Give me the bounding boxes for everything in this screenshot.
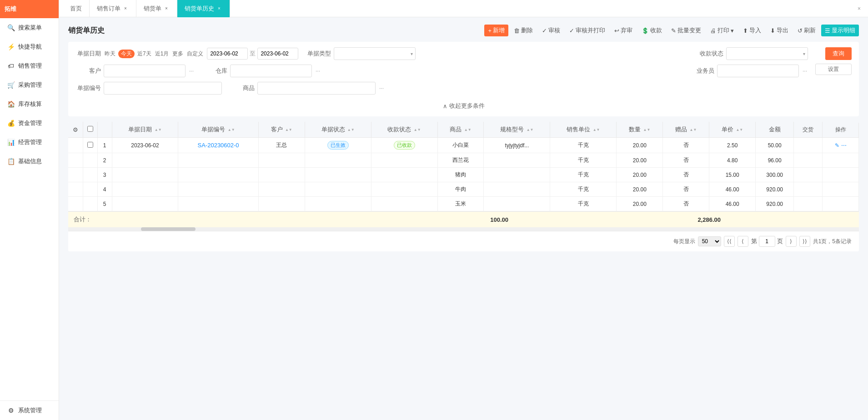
scroll-thumb[interactable]	[141, 227, 196, 231]
refresh-button[interactable]: ↺ 刷新	[794, 25, 819, 36]
cell-qty: 20.00	[617, 138, 663, 153]
cell-amount: 920.00	[756, 182, 794, 197]
tab-close-sales-goods[interactable]: ×	[163, 5, 170, 12]
select-all-checkbox[interactable]	[87, 126, 93, 132]
col-qty[interactable]: 数量 ▲▼	[617, 122, 663, 138]
filter-row-2: 客户 ··· 仓库 ··· 业务员 ···	[75, 65, 808, 77]
settings-button[interactable]: 设置	[815, 64, 852, 75]
filter-row-1: 单据日期 昨天 今天 近7天 近1月 更多 自定义	[75, 47, 808, 60]
sidebar-item-basic-info[interactable]: 📋 基础信息	[0, 152, 59, 171]
shortcut-7days[interactable]: 近7天	[136, 50, 152, 58]
filter-status-item: 收款状态 ▾	[698, 47, 808, 60]
horizontal-scrollbar[interactable]	[68, 227, 859, 231]
next-page-btn[interactable]: ⟩	[786, 236, 797, 247]
new-button[interactable]: + 新增	[484, 25, 508, 36]
tab-sales-history[interactable]: 销货单历史 ×	[177, 0, 230, 17]
sidebar-item-purchase-mgmt[interactable]: 🛒 采购管理	[0, 75, 59, 95]
date-to-input[interactable]	[257, 48, 298, 60]
edit-btn[interactable]: ✎	[835, 142, 839, 149]
sidebar-item-sales-mgmt[interactable]: 🏷 销售管理	[0, 56, 59, 75]
tab-home[interactable]: 首页	[63, 0, 90, 17]
sort-customer-icon: ▲▼	[285, 128, 292, 132]
col-pay-status[interactable]: 收款状态 ▲▼	[371, 122, 437, 138]
audit-button[interactable]: ✓ 审核	[538, 25, 564, 36]
cell-doc-status	[305, 197, 371, 211]
collect-button[interactable]: 💲 收款	[638, 25, 666, 36]
goods-input[interactable]	[257, 82, 376, 95]
sort-doc-no-icon: ▲▼	[228, 128, 235, 132]
table-row: 5 玉米 千克 20.00 否 46.00 920.00	[68, 197, 859, 211]
sidebar-item-inventory[interactable]: 🏠 库存核算	[0, 95, 59, 114]
shortcut-today[interactable]: 今天	[118, 50, 135, 58]
cell-goods: 猪肉	[437, 168, 484, 182]
col-spec[interactable]: 规格型号 ▲▼	[484, 122, 550, 138]
goods-label: 商品	[229, 84, 255, 92]
agent-input[interactable]	[717, 65, 799, 77]
sidebar-item-quick-nav[interactable]: ⚡ 快捷导航	[0, 37, 59, 56]
shortcut-yesterday[interactable]: 昨天	[104, 50, 116, 58]
agent-ellipsis[interactable]: ···	[802, 68, 808, 74]
sort-price-icon: ▲▼	[736, 128, 743, 132]
export-button[interactable]: ⬇ 导出	[767, 25, 792, 36]
col-unit[interactable]: 销售单位 ▲▼	[550, 122, 617, 138]
show-detail-button[interactable]: ☰ 显示明细	[821, 25, 859, 36]
cell-doc-date: 2023-06-02	[112, 138, 178, 153]
cell-doc-no	[178, 182, 258, 197]
status-select[interactable]	[726, 47, 808, 60]
goods-ellipsis[interactable]: ···	[378, 85, 385, 91]
doc-no-link[interactable]: SA-20230602-0	[198, 142, 239, 149]
date-from-input[interactable]	[207, 48, 248, 60]
page-number-input[interactable]	[759, 236, 775, 247]
first-page-btn[interactable]: ⟨⟨	[724, 236, 735, 247]
tab-close-sales-history[interactable]: ×	[216, 5, 222, 12]
warehouse-ellipsis[interactable]: ···	[315, 68, 321, 74]
type-select[interactable]	[334, 47, 416, 60]
col-amount[interactable]: 金额	[756, 122, 794, 138]
tab-sales-goods[interactable]: 销货单 ×	[136, 0, 177, 17]
sidebar-item-search-menu[interactable]: 🔍 搜索菜单	[0, 18, 59, 37]
cell-goods: 西兰花	[437, 153, 484, 168]
more-btn[interactable]: ⋯	[841, 142, 847, 149]
import-button[interactable]: ⬆ 导入	[739, 25, 765, 36]
col-doc-date[interactable]: 单据日期 ▲▼	[112, 122, 178, 138]
shortcut-1month[interactable]: 近1月	[154, 50, 170, 58]
col-settings[interactable]: ⚙	[68, 122, 83, 138]
last-page-btn[interactable]: ⟩⟩	[799, 236, 810, 247]
cell-amount: 300.00	[756, 168, 794, 182]
query-button[interactable]: 查询	[825, 47, 852, 60]
prev-page-btn[interactable]: ⟨	[738, 236, 748, 247]
type-select-wrapper: ▾	[334, 47, 416, 60]
page-suffix: 页	[777, 237, 783, 245]
col-price[interactable]: 单价 ▲▼	[709, 122, 756, 138]
print-button[interactable]: 🖨 打印 ▾	[707, 25, 738, 36]
customer-ellipsis[interactable]: ···	[188, 68, 195, 74]
summary-row: 合计： 100.00 2,286.00	[68, 211, 859, 227]
docno-input[interactable]	[104, 82, 222, 95]
per-page-select[interactable]: 50 100 200	[698, 236, 721, 246]
customer-label: 客户	[75, 67, 101, 75]
col-doc-no[interactable]: 单据编号 ▲▼	[178, 122, 258, 138]
cell-doc-date	[112, 153, 178, 168]
batch-change-button[interactable]: ✎ 批量变更	[667, 25, 705, 36]
sidebar-item-ops-mgmt[interactable]: 📊 经营管理	[0, 133, 59, 152]
delete-button[interactable]: 🗑 删除	[510, 25, 537, 36]
abandon-button[interactable]: ↩ 弃审	[611, 25, 636, 36]
col-gift[interactable]: 赠品 ▲▼	[663, 122, 709, 138]
col-customer[interactable]: 客户 ▲▼	[258, 122, 305, 138]
shortcut-more[interactable]: 更多	[171, 50, 184, 58]
sidebar-item-system-mgmt[interactable]: ⚙ 系统管理	[0, 401, 59, 420]
audit-print-button[interactable]: ✓ 审核并打印	[566, 25, 609, 36]
collapse-filter[interactable]: ∧ 收起更多条件	[75, 99, 852, 111]
tab-sales-order[interactable]: 销售订单 ×	[90, 0, 136, 17]
sort-goods-icon: ▲▼	[464, 128, 472, 132]
sidebar-item-finance[interactable]: 💰 资金管理	[0, 114, 59, 133]
cell-doc-status	[305, 168, 371, 182]
col-doc-status[interactable]: 单据状态 ▲▼	[305, 122, 371, 138]
shortcut-custom[interactable]: 自定义	[186, 50, 204, 58]
col-goods[interactable]: 商品 ▲▼	[437, 122, 484, 138]
row-checkbox[interactable]	[87, 142, 93, 148]
close-all-tabs[interactable]: ×	[854, 4, 864, 14]
tab-close-sales-order[interactable]: ×	[122, 5, 129, 12]
customer-input[interactable]	[104, 65, 186, 77]
warehouse-input[interactable]	[230, 65, 312, 77]
